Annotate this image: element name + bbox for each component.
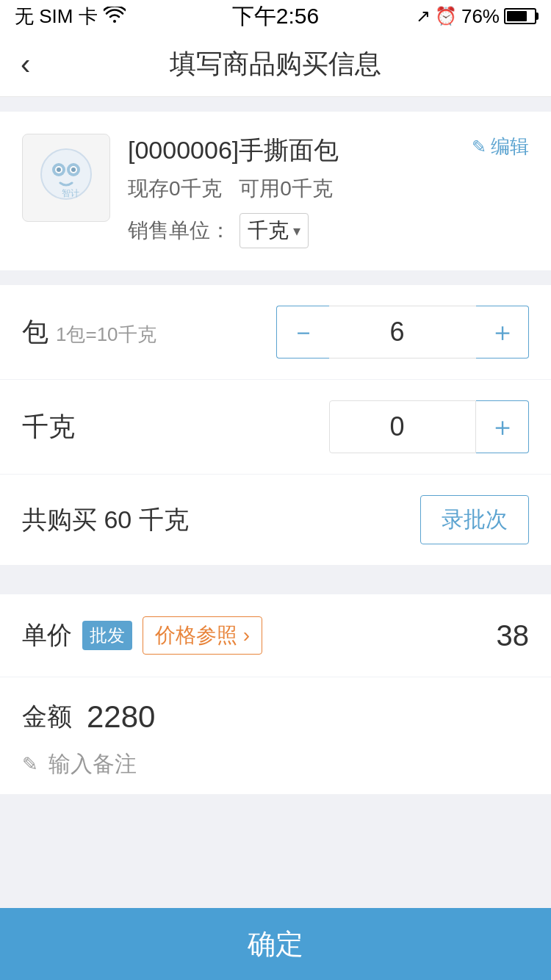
location-icon: ↗ xyxy=(416,6,431,26)
kg-label: 千克 xyxy=(22,409,75,445)
edit-button[interactable]: ✎ 编辑 xyxy=(472,134,529,159)
svg-point-5 xyxy=(57,167,61,172)
kg-controls: ＋ xyxy=(329,400,529,453)
bao-input[interactable] xyxy=(329,306,476,359)
bao-label-group: 包 1包=10千克 xyxy=(22,314,156,350)
nav-bar: ‹ 填写商品购买信息 xyxy=(0,32,551,97)
amount-row: 金额 2280 xyxy=(22,699,529,735)
confirm-bar[interactable]: 确定 xyxy=(0,908,551,980)
quantity-row-kg: 千克 ＋ xyxy=(0,380,551,474)
bao-minus-button[interactable]: － xyxy=(276,306,329,359)
wifi-icon xyxy=(104,5,126,28)
product-name: [0000006]手撕面包 xyxy=(128,134,529,167)
svg-text:智计: 智计 xyxy=(62,188,79,198)
bao-controls: － ＋ xyxy=(276,306,529,359)
amount-section: 金额 2280 ✎ 输入备注 xyxy=(0,677,551,794)
stock-label: 现存0千克 xyxy=(128,177,222,200)
bao-label: 包 xyxy=(22,314,48,350)
section-divider-2 xyxy=(0,565,551,580)
unit-label: 销售单位： xyxy=(128,217,231,245)
unit-select[interactable]: 千克 ▾ xyxy=(240,213,309,248)
unit-value: 千克 xyxy=(248,217,289,245)
pencil-icon: ✎ xyxy=(22,753,38,776)
product-card: 智计 [0000006]手撕面包 现存0千克 可用0千克 销售单位： 千克 ▾ … xyxy=(0,112,551,270)
battery-percent: 76% xyxy=(461,5,500,28)
price-ref-button[interactable]: 价格参照 › xyxy=(143,616,262,655)
product-image: 智计 xyxy=(22,134,110,222)
product-stock: 现存0千克 可用0千克 xyxy=(128,175,529,203)
section-divider-1 xyxy=(0,270,551,285)
price-left: 单价 批发 价格参照 › xyxy=(22,616,262,655)
price-value: 38 xyxy=(497,619,530,652)
quantity-section: 包 1包=10千克 － ＋ 千克 ＋ xyxy=(0,285,551,474)
carrier-label: 无 SIM 卡 xyxy=(15,4,98,29)
price-section: 单价 批发 价格参照 › 38 xyxy=(0,594,551,677)
bao-plus-button[interactable]: ＋ xyxy=(476,306,529,359)
status-left: 无 SIM 卡 xyxy=(15,4,126,29)
back-button[interactable]: ‹ xyxy=(21,48,30,81)
price-label: 单价 xyxy=(22,619,72,652)
status-right: ↗ ⏰ 76% xyxy=(416,5,536,28)
amount-value: 2280 xyxy=(87,699,155,735)
kg-input[interactable] xyxy=(329,400,476,453)
remark-label: 输入备注 xyxy=(48,749,137,779)
batch-button[interactable]: 录批次 xyxy=(420,495,529,544)
price-row: 单价 批发 价格参照 › 38 xyxy=(0,594,551,677)
amount-label: 金额 xyxy=(22,700,72,734)
available-label: 可用0千克 xyxy=(239,177,333,200)
page-title: 填写商品购买信息 xyxy=(170,46,381,82)
product-image-placeholder: 智计 xyxy=(40,148,93,209)
svg-point-6 xyxy=(71,167,76,172)
confirm-button-label: 确定 xyxy=(248,926,303,963)
remark-row[interactable]: ✎ 输入备注 xyxy=(22,749,529,779)
product-info: [0000006]手撕面包 现存0千克 可用0千克 销售单位： 千克 ▾ xyxy=(128,134,529,248)
total-label: 共购买 60 千克 xyxy=(22,503,189,537)
bao-sublabel: 1包=10千克 xyxy=(56,322,156,347)
total-row: 共购买 60 千克 录批次 xyxy=(0,474,551,565)
kg-plus-button[interactable]: ＋ xyxy=(476,400,529,453)
battery-icon xyxy=(504,8,536,24)
edit-icon: ✎ xyxy=(472,137,486,157)
price-tag: 批发 xyxy=(82,621,132,650)
chevron-down-icon: ▾ xyxy=(293,222,300,239)
product-unit-row: 销售单位： 千克 ▾ xyxy=(128,213,529,248)
kg-label-group: 千克 xyxy=(22,409,75,445)
status-bar: 无 SIM 卡 下午2:56 ↗ ⏰ 76% xyxy=(0,0,551,32)
time-label: 下午2:56 xyxy=(232,1,319,32)
alarm-icon: ⏰ xyxy=(435,6,457,26)
quantity-row-bao: 包 1包=10千克 － ＋ xyxy=(0,285,551,380)
